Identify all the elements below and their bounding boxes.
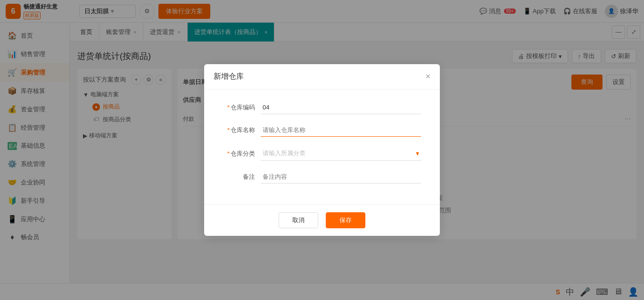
- modal-header: 新增仓库 ×: [204, 64, 440, 90]
- warehouse-name-label: 仓库名称: [223, 126, 261, 134]
- warehouse-remark-label: 备注: [223, 173, 261, 181]
- warehouse-code-row: 仓库编码: [223, 101, 421, 114]
- warehouse-name-input[interactable]: [261, 124, 421, 137]
- warehouse-remark-row: 备注: [223, 170, 421, 183]
- modal-title: 新增仓库: [214, 72, 244, 82]
- save-button[interactable]: 保存: [326, 212, 365, 228]
- warehouse-category-arrow-icon: ▾: [416, 150, 419, 157]
- modal-body: 仓库编码 仓库名称 仓库分类 请输入所属分类 ▾ 备注: [204, 90, 440, 204]
- warehouse-category-select[interactable]: 请输入所属分类 ▾: [261, 146, 421, 161]
- warehouse-code-input[interactable]: [261, 101, 421, 114]
- warehouse-name-row: 仓库名称: [223, 124, 421, 137]
- cancel-button[interactable]: 取消: [279, 212, 318, 228]
- add-warehouse-modal: 新增仓库 × 仓库编码 仓库名称 仓库分类 请输入所属分类 ▾: [204, 64, 440, 236]
- modal-close-button[interactable]: ×: [425, 72, 430, 82]
- warehouse-remark-input[interactable]: [261, 170, 421, 183]
- warehouse-category-placeholder: 请输入所属分类: [263, 149, 305, 158]
- warehouse-category-label: 仓库分类: [223, 150, 261, 158]
- warehouse-category-row: 仓库分类 请输入所属分类 ▾: [223, 146, 421, 161]
- modal-footer: 取消 保存: [204, 204, 440, 236]
- warehouse-code-label: 仓库编码: [223, 103, 261, 112]
- modal-overlay: 新增仓库 × 仓库编码 仓库名称 仓库分类 请输入所属分类 ▾: [0, 0, 644, 300]
